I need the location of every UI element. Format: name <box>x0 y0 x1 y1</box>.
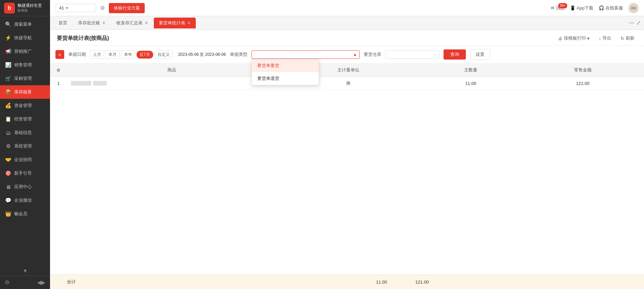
tab-summary-close[interactable]: ✕ <box>145 21 148 25</box>
type-select-arrow-icon[interactable]: ▲ <box>353 52 357 57</box>
warehouse-input-wrapper: ··· <box>385 50 439 59</box>
tab-batch[interactable]: 库存批次账 ✕ <box>73 18 111 28</box>
date-btn-year[interactable]: 本年 <box>121 50 135 59</box>
date-range: 2023-05-06 至 2023-06-06 <box>178 52 226 58</box>
main-area: 41 ▾ ⚙ 体验行业方案 ✉ 消息 99+ 📱 App下载 🎧 在线客服 Ri… <box>50 0 644 289</box>
app-download-label: App下载 <box>577 5 593 11</box>
sidebar-item-basic[interactable]: 🗂 基础信息 <box>0 126 50 139</box>
sidebar-item-label: 畅会员 <box>14 211 27 217</box>
sales-icon: 📊 <box>5 62 11 68</box>
table-row: 1 块 11.00 121.00 <box>50 77 644 90</box>
footer-label: 合计 <box>50 279 151 285</box>
date-btn-week7[interactable]: 近7天 <box>137 51 153 59</box>
search-icon: 🔍 <box>5 21 11 28</box>
sidebar-item-label: 应用中心 <box>14 184 32 190</box>
basic-icon: 🗂 <box>5 129 11 136</box>
sidebar-item-member[interactable]: 👑 畅会员 <box>0 207 50 221</box>
export-button[interactable]: ↓ 导出 <box>596 34 614 43</box>
avatar-text: Rit <box>631 6 636 10</box>
online-service-label: 在线客服 <box>605 5 623 11</box>
print-button[interactable]: 🖨 按模板打印 ▾ <box>555 34 592 43</box>
type-select-input[interactable] <box>252 50 360 59</box>
table-container: ⚙ 商品 主计量单位 主数量 零售金额 1 <box>50 64 644 274</box>
tab-demand-close[interactable]: ✕ <box>187 21 191 25</box>
date-btn-current[interactable]: 本月 <box>105 50 120 59</box>
tab-demand-label: 要货单统计表 <box>159 20 185 26</box>
enterprise-icon: 🤝 <box>5 156 11 163</box>
page-header: 要货单统计表(按商品) 🖨 按模板打印 ▾ ↓ 导出 ↻ 刷新 <box>50 30 644 46</box>
product-placeholder-2 <box>93 81 107 86</box>
settings-button[interactable]: 设置 <box>470 49 490 60</box>
sidebar-item-system[interactable]: ⚙ 系统管理 <box>0 139 50 153</box>
collapse-footer-icon[interactable]: ◀▶ <box>37 279 45 286</box>
dropdown-item-demand-order[interactable]: 要货单要货 <box>252 59 319 72</box>
print-icon: 🖨 <box>558 36 563 41</box>
sidebar: b 畅捷通好生意 标准版 🔍 搜索菜单 ⚡ 快捷导航 📢 营销推广 📊 销售管理… <box>0 0 50 289</box>
warehouse-label: 要货仓库 <box>364 51 381 58</box>
sidebar-item-guide[interactable]: 🎯 新手引导 <box>0 166 50 180</box>
warehouse-more-icon[interactable]: ··· <box>433 52 437 57</box>
sidebar-item-operations[interactable]: 📋 经营管理 <box>0 112 50 126</box>
sidebar-item-search[interactable]: 🔍 搜索菜单 <box>0 18 50 31</box>
app-logo: b <box>4 3 15 14</box>
appstore-icon: 🖥 <box>5 183 11 190</box>
sidebar-scroll-down[interactable]: ▾ <box>0 266 50 275</box>
date-btn-custom[interactable]: 自定义 <box>154 50 173 59</box>
sidebar-item-sales[interactable]: 📊 销售管理 <box>0 58 50 72</box>
footer-amount: 121.00 <box>402 280 443 285</box>
sidebar-item-label: 资金管理 <box>14 103 32 109</box>
tab-home[interactable]: 首页 <box>53 18 72 28</box>
topbar-gear-icon[interactable]: ⚙ <box>100 5 105 11</box>
sidebar-item-marketing[interactable]: 📢 营销推广 <box>0 45 50 58</box>
date-btn-up[interactable]: 上月 <box>90 50 104 59</box>
tab-batch-close[interactable]: ✕ <box>102 21 105 25</box>
message-icon: ✉ <box>551 5 554 10</box>
sidebar-item-inventory[interactable]: 📦 库存核算 <box>0 85 50 99</box>
dropdown-item-demand-return[interactable]: 要货单退货 <box>252 72 319 85</box>
tab-fullscreen-icon[interactable]: ⤢ <box>636 20 641 26</box>
filter-expand-button[interactable]: » <box>55 50 64 59</box>
settings-footer-icon[interactable]: ⚙ <box>5 279 9 286</box>
col-settings[interactable]: ⚙ <box>50 64 67 77</box>
table-header-row: ⚙ 商品 主计量单位 主数量 零售金额 <box>50 64 644 77</box>
sidebar-item-appstore[interactable]: 🖥 应用中心 <box>0 180 50 194</box>
store-selector[interactable]: 41 ▾ <box>55 4 96 12</box>
flash-icon: ⚡ <box>5 35 11 41</box>
sidebar-item-enterprise[interactable]: 🤝 企业协同 <box>0 153 50 166</box>
sidebar-item-wechat[interactable]: 💬 企业微信 <box>0 194 50 207</box>
print-dropdown-icon: ▾ <box>587 36 590 41</box>
tab-summary[interactable]: 收发存汇总表 ✕ <box>111 18 153 28</box>
table-footer: 合计 11.00 121.00 <box>50 274 644 289</box>
sidebar-item-purchase[interactable]: 🛒 采购管理 <box>0 72 50 85</box>
warehouse-input[interactable] <box>385 50 439 59</box>
app-download-button[interactable]: 📱 App下载 <box>570 5 593 11</box>
tab-batch-label: 库存批次账 <box>78 20 100 26</box>
topbar-right: ✉ 消息 99+ 📱 App下载 🎧 在线客服 Rit <box>551 3 639 13</box>
sidebar-item-finance[interactable]: 💰 资金管理 <box>0 99 50 112</box>
tab-demand[interactable]: 要货单统计表 ✕ <box>154 18 196 28</box>
date-buttons: 上月 本月 本年 近7天 自定义 <box>90 50 173 59</box>
row-product <box>67 77 277 90</box>
tab-minimize-icon[interactable]: — <box>629 20 634 26</box>
messages-button[interactable]: ✉ 消息 99+ <box>551 5 565 11</box>
tab-summary-label: 收发存汇总表 <box>116 20 143 26</box>
sidebar-item-label: 销售管理 <box>14 62 32 68</box>
filter-bar: » 单据日期 上月 本月 本年 近7天 自定义 2023-05-06 至 202… <box>50 46 644 64</box>
sidebar-header: b 畅捷通好生意 标准版 <box>0 0 50 16</box>
sidebar-item-label: 企业协同 <box>14 157 32 163</box>
dropdown-arrow-icon: ▾ <box>66 5 68 10</box>
operations-icon: 📋 <box>5 116 11 123</box>
footer-qty: 11.00 <box>361 280 402 285</box>
online-service-button[interactable]: 🎧 在线客服 <box>599 5 623 11</box>
refresh-button[interactable]: ↻ 刷新 <box>618 34 637 43</box>
topbar: 41 ▾ ⚙ 体验行业方案 ✉ 消息 99+ 📱 App下载 🎧 在线客服 Ri… <box>50 0 644 16</box>
sidebar-item-quicknav[interactable]: ⚡ 快捷导航 <box>0 31 50 45</box>
sidebar-item-label: 采购管理 <box>14 75 32 82</box>
query-button[interactable]: 查询 <box>444 49 466 60</box>
guide-icon: 🎯 <box>5 170 11 177</box>
trial-button[interactable]: 体验行业方案 <box>109 3 145 13</box>
service-icon: 🎧 <box>599 5 604 10</box>
row-qty: 11.00 <box>420 77 521 90</box>
avatar[interactable]: Rit <box>628 3 639 13</box>
page-actions: 🖨 按模板打印 ▾ ↓ 导出 ↻ 刷新 <box>555 34 638 43</box>
